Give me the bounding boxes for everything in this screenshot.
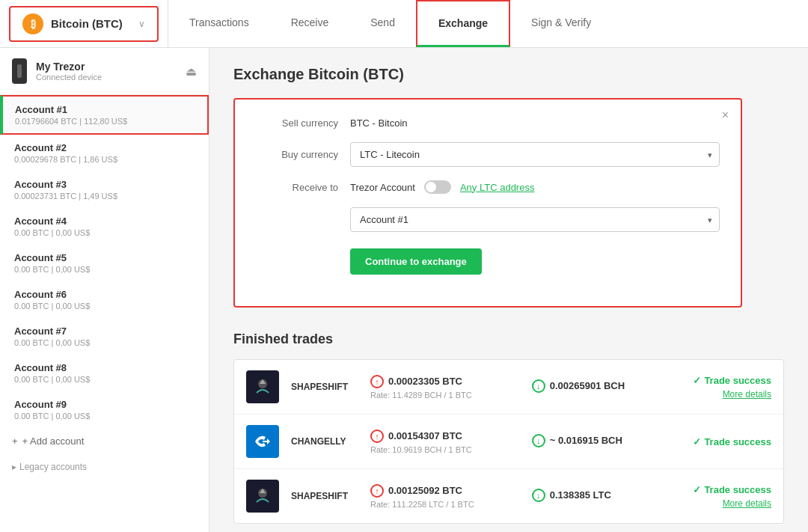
sent-amount-line: ↑ 0.00154307 BTC (370, 429, 520, 443)
received-amount: 0.138385 LTC (550, 489, 611, 501)
continue-row: Continue to exchange (256, 245, 720, 275)
sidebar-account-4[interactable]: Account #4 0.00 BTC | 0,00 US$ (0, 208, 209, 245)
sent-arrow-icon: ↑ (370, 484, 384, 498)
wallet-icon: ₿ (22, 13, 43, 34)
more-details-link[interactable]: More details (723, 389, 771, 400)
close-button[interactable]: × (722, 108, 729, 122)
eject-icon[interactable]: ⏏ (186, 64, 197, 79)
trade-provider-name: CHANGELLY (291, 436, 358, 447)
trade-amounts: ↑ 0.00023305 BTC Rate: 11.4289 BCH / 1 B… (370, 375, 520, 400)
main-layout: My Trezor Connected device ⏏ Account #1 … (0, 48, 808, 532)
device-header: My Trezor Connected device ⏏ (0, 48, 209, 95)
account-balance: 0.00 BTC | 0,00 US$ (14, 375, 197, 384)
sell-currency-value: BTC - Bitcoin (350, 117, 408, 129)
account-balance: 0.00 BTC | 0,00 US$ (14, 228, 197, 237)
more-details-link[interactable]: More details (723, 498, 771, 509)
tab-transactions[interactable]: Transactions (168, 0, 270, 47)
trade-rate: Rate: 11.4289 BCH / 1 BTC (370, 391, 520, 400)
sell-currency-label: Sell currency (256, 117, 338, 129)
trezor-account-label: Trezor Account (350, 182, 415, 193)
account-name: Account #4 (14, 215, 197, 227)
check-icon: ✓ (693, 484, 701, 495)
trade-status: ✓ Trade success (693, 436, 771, 447)
account-balance: 0.00 BTC | 0,00 US$ (14, 412, 197, 421)
check-icon: ✓ (693, 436, 701, 447)
plus-icon: + (12, 435, 18, 447)
sidebar-account-9[interactable]: Account #9 0.00 BTC | 0,00 US$ (0, 391, 209, 428)
sidebar-account-5[interactable]: Account #5 0.00 BTC | 0,00 US$ (0, 245, 209, 281)
received-arrow-icon: ↓ (532, 489, 545, 502)
sent-amount: 0.00125092 BTC (388, 485, 462, 496)
legacy-accounts-toggle[interactable]: ▸ Legacy accounts (0, 454, 209, 480)
received-arrow-icon: ↓ (532, 379, 545, 393)
receive-to-row: Receive to Trezor Account Any LTC addres… (256, 180, 720, 194)
trade-row: CHANGELLY ↑ 0.00154307 BTC Rate: 10.9619… (234, 415, 783, 469)
account-balance: 0.00 BTC | 0,00 US$ (14, 265, 197, 274)
received-amount: ~ 0.016915 BCH (550, 435, 622, 446)
status-badge: ✓ Trade success (693, 375, 771, 386)
status-badge: ✓ Trade success (693, 436, 771, 447)
account-balance: 0.00023731 BTC | 1,49 US$ (14, 192, 197, 201)
account-name: Account #7 (14, 325, 197, 337)
account-name: Account #9 (14, 399, 197, 410)
account-name: Account #2 (14, 142, 197, 153)
continue-to-exchange-button[interactable]: Continue to exchange (350, 248, 482, 275)
trade-provider-name: SHAPESHIFT (291, 491, 358, 501)
status-badge: ✓ Trade success (693, 484, 771, 495)
toggle-knob (426, 182, 436, 192)
account-balance: 0.00 BTC | 0,00 US$ (14, 302, 197, 311)
device-name: My Trezor (36, 61, 177, 73)
tab-receive[interactable]: Receive (270, 0, 350, 47)
wallet-selector[interactable]: ₿ Bitcoin (BTC) ∨ (9, 6, 159, 42)
received-amount-line: ↓ ~ 0.016915 BCH (532, 434, 682, 447)
received-arrow-icon: ↓ (532, 434, 545, 447)
sent-amount: 0.00023305 BTC (388, 376, 462, 387)
account-select[interactable]: Account #1 Account #2 (350, 207, 720, 232)
sidebar-account-6[interactable]: Account #6 0.00 BTC | 0,00 US$ (0, 281, 209, 318)
trade-status: ✓ Trade success More details (693, 484, 771, 509)
sidebar-account-3[interactable]: Account #3 0.00023731 BTC | 1,49 US$ (0, 171, 209, 208)
account-name: Account #1 (15, 104, 195, 115)
sell-currency-row: Sell currency BTC - Bitcoin (256, 117, 720, 129)
sent-amount-line: ↑ 0.00125092 BTC (370, 484, 520, 498)
trade-received: ↓ 0.138385 LTC (532, 489, 682, 504)
tab-send[interactable]: Send (349, 0, 416, 47)
sidebar: My Trezor Connected device ⏏ Account #1 … (0, 48, 209, 532)
sidebar-account-8[interactable]: Account #8 0.00 BTC | 0,00 US$ (0, 355, 209, 391)
add-account-button[interactable]: + + Add account (0, 428, 209, 454)
trade-amounts: ↑ 0.00154307 BTC Rate: 10.9619 BCH / 1 B… (370, 429, 520, 454)
tab-sign-verify[interactable]: Sign & Verify (510, 0, 612, 47)
finished-trades-title: Finished trades (233, 331, 784, 347)
buy-currency-select-wrapper: LTC - Litecoin BCH - Bitcoin Cash ETH - … (350, 142, 720, 167)
sent-arrow-icon: ↑ (370, 429, 384, 443)
account-select-wrapper: Account #1 Account #2 ▾ (350, 207, 720, 232)
trezor-device-icon (12, 58, 27, 84)
wallet-name: Bitcoin (BTC) (51, 17, 131, 30)
changelly-logo (246, 425, 279, 458)
shapeshift-logo (246, 370, 279, 403)
received-amount: 0.00265901 BCH (550, 380, 625, 391)
buy-currency-select[interactable]: LTC - Litecoin BCH - Bitcoin Cash ETH - … (350, 142, 720, 167)
received-amount-line: ↓ 0.00265901 BCH (532, 379, 682, 393)
accounts-list: Account #1 0.01796604 BTC | 112,80 US$ A… (0, 95, 209, 428)
any-ltc-address-link[interactable]: Any LTC address (460, 182, 534, 193)
account-balance: 0.00029678 BTC | 1,86 US$ (14, 155, 197, 164)
trade-rate: Rate: 111.2258 LTC / 1 BTC (370, 500, 520, 509)
account-name: Account #5 (14, 252, 197, 263)
chevron-down-icon: ▸ (12, 462, 16, 472)
sidebar-account-7[interactable]: Account #7 0.00 BTC | 0,00 US$ (0, 318, 209, 355)
page-title: Exchange Bitcoin (BTC) (233, 66, 784, 83)
trade-row: SHAPESHIFT ↑ 0.00023305 BTC Rate: 11.428… (234, 360, 783, 415)
exchange-form-box: × Sell currency BTC - Bitcoin Buy curren… (233, 98, 742, 308)
trade-received: ↓ 0.00265901 BCH (532, 379, 682, 395)
trezor-account-toggle[interactable] (424, 180, 451, 194)
trade-amounts: ↑ 0.00125092 BTC Rate: 111.2258 LTC / 1 … (370, 484, 520, 509)
account-balance: 0.00 BTC | 0,00 US$ (14, 338, 197, 347)
account-balance: 0.01796604 BTC | 112,80 US$ (15, 117, 195, 126)
sidebar-account-2[interactable]: Account #2 0.00029678 BTC | 1,86 US$ (0, 135, 209, 171)
sidebar-account-1[interactable]: Account #1 0.01796604 BTC | 112,80 US$ (0, 95, 209, 135)
tab-exchange[interactable]: Exchange (416, 0, 510, 47)
sent-arrow-icon: ↑ (370, 375, 384, 388)
top-bar: ₿ Bitcoin (BTC) ∨ Transactions Receive S… (0, 0, 808, 48)
sent-amount-line: ↑ 0.00023305 BTC (370, 375, 520, 388)
